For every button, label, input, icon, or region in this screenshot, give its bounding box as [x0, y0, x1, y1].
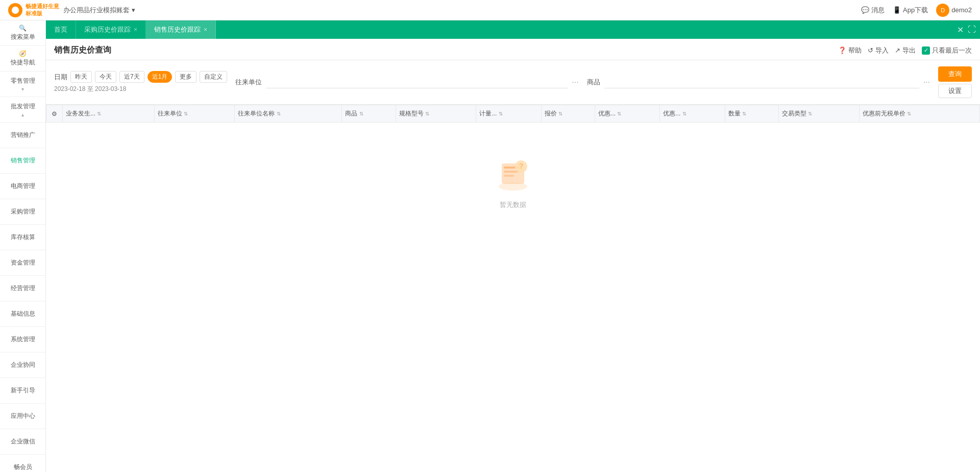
- sidebar-item-marketing[interactable]: 营销推广: [0, 123, 45, 148]
- empty-text: 暂无数据: [500, 200, 526, 209]
- tab-bar: 首页 采购历史价跟踪 × 销售历史价跟踪 × ✕ ⛶: [46, 20, 980, 39]
- app-selector[interactable]: 办公用品行业模拟账套 ▾: [63, 6, 135, 15]
- main-layout: 🔍 搜索菜单 🧭 快捷导航 零售管理 ▾ 批发管理 ▴ 营销推广 销售管理 电商…: [0, 20, 980, 472]
- svg-text:?: ?: [519, 162, 523, 170]
- help-btn[interactable]: ❓ 帮助: [838, 46, 862, 55]
- sidebar-item-purchase-mgmt[interactable]: 采购管理: [0, 199, 45, 225]
- import-btn[interactable]: ↺ 导入: [868, 46, 889, 55]
- content-area: 首页 采购历史价跟踪 × 销售历史价跟踪 × ✕ ⛶ 销售历史价查询: [46, 20, 980, 472]
- close-icon[interactable]: ×: [134, 26, 137, 33]
- sidebar-item-app-center[interactable]: 应用中心: [0, 404, 45, 429]
- top-bar-right: 💬 消息 📱 App下载 D demo2: [861, 4, 972, 17]
- date-btn-1month[interactable]: 近1月: [148, 71, 173, 83]
- sidebar-item-enterprise-wechat[interactable]: 企业微信: [0, 429, 45, 455]
- sort-icon: ⇅: [277, 111, 281, 116]
- th-spec[interactable]: 规格型号 ⇅: [396, 105, 476, 123]
- export-btn[interactable]: ↗ 导出: [895, 46, 916, 55]
- page-header: 销售历史价查询 ❓ 帮助 ↺ 导入 ↗ 导出: [46, 39, 980, 60]
- th-discount1[interactable]: 优惠... ⇅: [595, 105, 660, 123]
- tab-purchase-history[interactable]: 采购历史价跟踪 ×: [76, 20, 146, 39]
- gear-icon[interactable]: ⚙: [52, 110, 57, 117]
- sidebar-item-ops-mgmt[interactable]: 经营管理: [0, 276, 45, 301]
- sidebar-item-search-menu[interactable]: 🔍 搜索菜单: [0, 20, 45, 46]
- page-container: 销售历史价查询 ❓ 帮助 ↺ 导入 ↗ 导出: [46, 39, 980, 472]
- th-product[interactable]: 商品 ⇅: [342, 105, 396, 123]
- th-biz-date[interactable]: 业务发生... ⇅: [63, 105, 155, 123]
- tab-home[interactable]: 首页: [46, 20, 76, 39]
- sort-icon: ⇅: [184, 111, 188, 116]
- logo-area: 6 畅捷通好生意 标准版: [8, 3, 59, 17]
- sort-icon: ⇅: [97, 111, 101, 116]
- sidebar-item-ecommerce-mgmt[interactable]: 电商管理: [0, 174, 45, 199]
- app-download-btn[interactable]: 📱 App下载: [893, 6, 928, 15]
- sidebar-item-retail-mgmt[interactable]: 零售管理 ▾: [0, 72, 45, 97]
- page-actions: ❓ 帮助 ↺ 导入 ↗ 导出 只看最后一次: [838, 46, 972, 55]
- sidebar-item-sys-mgmt[interactable]: 系统管理: [0, 327, 45, 352]
- th-unit[interactable]: 计量... ⇅: [476, 105, 541, 123]
- partner-label: 往来单位: [235, 78, 262, 87]
- date-filter-row: 日期 昨天 今天 近7天 近1月 更多 自定义: [54, 71, 227, 83]
- sidebar-item-sales-mgmt[interactable]: 销售管理: [0, 148, 45, 174]
- chevron-down-icon: ▾: [21, 86, 24, 92]
- maximize-icon[interactable]: ⛶: [968, 25, 976, 34]
- product-dots-btn[interactable]: ···: [923, 78, 930, 87]
- product-filter: 商品 ···: [587, 76, 930, 88]
- settings-button[interactable]: 设置: [938, 84, 972, 98]
- close-window-icon[interactable]: ✕: [957, 25, 964, 35]
- top-bar: 6 畅捷通好生意 标准版 办公用品行业模拟账套 ▾ 💬 消息 📱 App下载 D…: [0, 0, 980, 20]
- th-pretax-price[interactable]: 优惠前无税单价 ⇅: [859, 105, 979, 123]
- chevron-down-icon: ▾: [132, 6, 135, 14]
- sort-icon: ⇅: [558, 111, 562, 116]
- query-button[interactable]: 查询: [938, 66, 972, 82]
- sidebar-item-basic-info[interactable]: 基础信息: [0, 301, 45, 327]
- product-input[interactable]: [604, 76, 919, 88]
- sidebar-item-quick-nav[interactable]: 🧭 快捷导航: [0, 46, 45, 72]
- date-btn-7days[interactable]: 近7天: [119, 71, 144, 83]
- date-btn-more[interactable]: 更多: [175, 71, 197, 83]
- tab-sales-history[interactable]: 销售历史价跟踪 ×: [146, 20, 216, 39]
- sort-icon: ⇅: [499, 111, 503, 116]
- compass-icon: 🧭: [19, 50, 27, 57]
- logo-text: 畅捷通好生意 标准版: [26, 3, 59, 16]
- empty-illustration: ?: [493, 153, 533, 194]
- partner-dots-btn[interactable]: ···: [572, 78, 578, 87]
- sort-icon: ⇅: [425, 111, 429, 116]
- date-range: 2023-02-18 至 2023-03-18: [54, 85, 227, 93]
- date-btn-yesterday[interactable]: 昨天: [70, 71, 92, 83]
- chevron-up-icon: ▴: [21, 112, 24, 117]
- svg-rect-6: [504, 175, 514, 177]
- sidebar-item-wholesale-mgmt[interactable]: 批发管理 ▴: [0, 97, 45, 123]
- th-qty[interactable]: 数量 ⇅: [725, 105, 778, 123]
- sort-icon: ⇅: [808, 111, 812, 116]
- svg-rect-5: [504, 171, 518, 173]
- th-partner-code[interactable]: 往来单位 ⇅: [154, 105, 235, 123]
- sidebar-item-finance-mgmt[interactable]: 资金管理: [0, 250, 45, 276]
- sort-icon: ⇅: [617, 111, 621, 116]
- sidebar-item-enterprise-collab[interactable]: 企业协同: [0, 352, 45, 378]
- date-btn-custom[interactable]: 自定义: [200, 71, 227, 83]
- user-area[interactable]: D demo2: [936, 4, 972, 17]
- message-btn[interactable]: 💬 消息: [861, 6, 885, 15]
- th-discount2[interactable]: 优惠... ⇅: [660, 105, 725, 123]
- export-icon: ↗: [895, 46, 900, 54]
- th-partner-name[interactable]: 往来单位名称 ⇅: [235, 105, 342, 123]
- th-gear[interactable]: ⚙: [46, 105, 63, 123]
- product-label: 商品: [587, 78, 600, 87]
- top-bar-left: 6 畅捷通好生意 标准版 办公用品行业模拟账套 ▾: [8, 3, 135, 17]
- th-quote[interactable]: 报价 ⇅: [541, 105, 595, 123]
- sort-icon: ⇅: [742, 111, 746, 116]
- search-icon: 🔍: [19, 25, 27, 32]
- svg-text:6: 6: [13, 8, 16, 13]
- help-icon: ❓: [838, 46, 846, 54]
- date-btn-today[interactable]: 今天: [95, 71, 116, 83]
- sidebar-item-vip-member[interactable]: 畅会员: [0, 455, 45, 472]
- download-icon: 📱: [893, 6, 901, 14]
- sidebar-item-inventory[interactable]: 库存核算: [0, 225, 45, 250]
- table-area: ⚙ 业务发生... ⇅ 往来单位 ⇅ 往来单位名称: [46, 105, 980, 472]
- sidebar-item-beginner-guide[interactable]: 新手引导: [0, 378, 45, 404]
- page-title: 销售历史价查询: [54, 45, 111, 56]
- only-last-toggle[interactable]: 只看最后一次: [922, 46, 972, 55]
- th-trade-type[interactable]: 交易类型 ⇅: [778, 105, 859, 123]
- partner-input[interactable]: [266, 76, 568, 88]
- close-icon[interactable]: ×: [204, 26, 207, 33]
